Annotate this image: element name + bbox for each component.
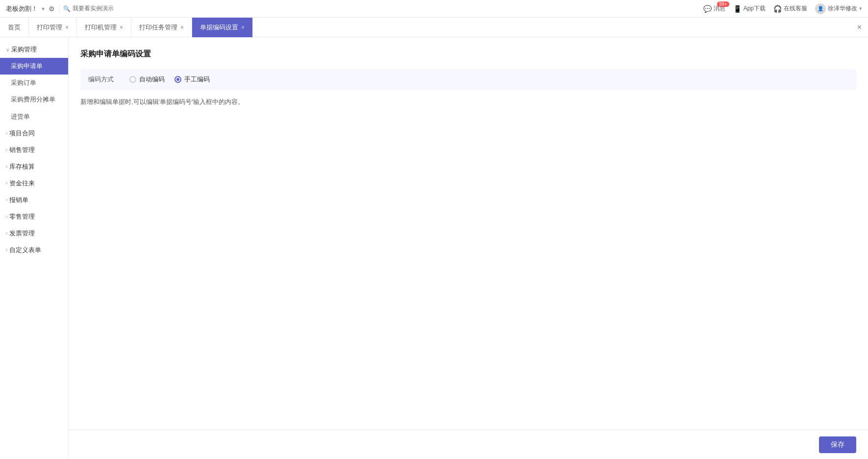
auto-code-option[interactable]: 自动编码 bbox=[129, 75, 165, 84]
sidebar-item-purchase-order-label: 采购订单 bbox=[11, 79, 36, 86]
avatar: 👤 bbox=[815, 3, 826, 14]
chevron-right-icon-6: › bbox=[6, 214, 7, 219]
sidebar-group-custom-forms-label: 自定义表单 bbox=[9, 246, 41, 255]
tab-barcode-settings[interactable]: 单据编码设置 × bbox=[192, 18, 253, 37]
chevron-icon[interactable]: ▾ bbox=[42, 5, 45, 12]
sidebar-group-sales-mgmt: › 销售管理 bbox=[0, 142, 68, 158]
chevron-down-icon: ∨ bbox=[6, 47, 9, 52]
app-icon bbox=[733, 5, 742, 13]
tab-printer-mgmt[interactable]: 打印机管理 × bbox=[77, 18, 131, 37]
encoding-row: 编码方式 自动编码 手工编码 bbox=[80, 69, 856, 90]
sidebar-group-returns-label: 报销单 bbox=[9, 196, 28, 204]
tab-print-task-mgmt-close[interactable]: × bbox=[180, 24, 184, 31]
settings-icon[interactable]: ⚙ bbox=[49, 5, 55, 13]
sidebar-group-retail-mgmt: › 零售管理 bbox=[0, 208, 68, 225]
manual-code-label: 手工编码 bbox=[184, 75, 210, 84]
chevron-right-icon-2: › bbox=[6, 147, 7, 153]
manual-code-option[interactable]: 手工编码 bbox=[174, 75, 210, 84]
online-service-label: 在线客服 bbox=[784, 4, 807, 13]
divider bbox=[59, 5, 59, 13]
sidebar-group-returns: › 报销单 bbox=[0, 192, 68, 208]
sidebar-item-purchase-order[interactable]: 采购订单 bbox=[0, 75, 68, 91]
sidebar-group-project-contract-title[interactable]: › 项目合同 bbox=[0, 125, 68, 142]
chevron-right-icon-4: › bbox=[6, 180, 7, 186]
sidebar-group-purchase-mgmt-title[interactable]: ∨ 采购管理 bbox=[0, 41, 68, 58]
page-title: 采购申请单编码设置 bbox=[80, 49, 856, 59]
encoding-section: 编码方式 自动编码 手工编码 新增和编辑单据时,可以编辑'单据编码号'输入框中的… bbox=[80, 69, 856, 106]
sidebar-group-purchase-mgmt: ∨ 采购管理 采购申请单 采购订单 采购费用分摊单 进货单 bbox=[0, 41, 68, 125]
sidebar-item-inbound-label: 进货单 bbox=[11, 113, 30, 120]
service-icon bbox=[773, 5, 782, 13]
sidebar-item-purchase-request[interactable]: 采购申请单 bbox=[0, 58, 68, 75]
online-service-button[interactable]: 在线客服 bbox=[773, 4, 807, 13]
search-icon: 🔍 bbox=[63, 5, 71, 12]
tab-printer-mgmt-close[interactable]: × bbox=[120, 24, 123, 31]
sidebar-group-inventory-title[interactable]: › 库存核算 bbox=[0, 158, 68, 175]
app-download-label: App下载 bbox=[744, 4, 766, 13]
sidebar-group-invoice-mgmt-label: 发票管理 bbox=[9, 229, 35, 238]
hint-text: 新增和编辑单据时,可以编辑'单据编码号'输入框中的内容。 bbox=[80, 98, 856, 106]
sidebar-item-purchase-expense[interactable]: 采购费用分摊单 bbox=[0, 91, 68, 108]
sidebar-item-purchase-request-label: 采购申请单 bbox=[11, 62, 43, 70]
user-chevron-icon: ▾ bbox=[859, 5, 862, 12]
tab-print-mgmt[interactable]: 打印管理 × bbox=[29, 18, 77, 37]
sidebar-group-sales-mgmt-title[interactable]: › 销售管理 bbox=[0, 142, 68, 158]
sidebar-group-project-contract: › 项目合同 bbox=[0, 125, 68, 142]
sidebar-group-retail-mgmt-title[interactable]: › 零售管理 bbox=[0, 208, 68, 225]
messages-badge: 99+ bbox=[717, 1, 729, 7]
user-name: 徐泽华修改 bbox=[828, 4, 857, 13]
chevron-right-icon-8: › bbox=[6, 247, 7, 253]
chevron-right-icon-7: › bbox=[6, 230, 7, 236]
user-info[interactable]: 👤 徐泽华修改 ▾ bbox=[815, 3, 862, 14]
sidebar-group-invoice-mgmt: › 发票管理 bbox=[0, 225, 68, 242]
tab-print-mgmt-close[interactable]: × bbox=[65, 24, 69, 31]
sidebar-group-returns-title[interactable]: › 报销单 bbox=[0, 192, 68, 208]
close-all-tabs[interactable]: ✕ bbox=[851, 24, 868, 31]
manual-code-radio[interactable] bbox=[174, 76, 181, 83]
tab-bar: 首页 打印管理 × 打印机管理 × 打印任务管理 × 单据编码设置 × ✕ bbox=[0, 18, 868, 37]
sidebar-group-custom-forms-title[interactable]: › 自定义表单 bbox=[0, 242, 68, 258]
sidebar-group-purchase-mgmt-label: 采购管理 bbox=[11, 45, 37, 54]
tab-printer-mgmt-label: 打印机管理 bbox=[85, 23, 117, 32]
top-bar-left: 老板勿割！ ▾ ⚙ 🔍 我要看实例演示 bbox=[6, 4, 114, 13]
tab-home-label: 首页 bbox=[8, 23, 21, 32]
tab-barcode-settings-close[interactable]: × bbox=[241, 24, 245, 31]
search-text: 我要看实例演示 bbox=[73, 4, 114, 13]
sidebar-group-fund-flow-title[interactable]: › 资金往来 bbox=[0, 175, 68, 192]
sidebar-item-purchase-expense-label: 采购费用分摊单 bbox=[11, 96, 55, 103]
encoding-label: 编码方式 bbox=[88, 75, 118, 84]
chevron-right-icon-5: › bbox=[6, 197, 7, 203]
sidebar-group-inventory-label: 库存核算 bbox=[9, 162, 35, 171]
tab-barcode-settings-label: 单据编码设置 bbox=[200, 23, 238, 32]
chat-icon bbox=[703, 5, 712, 13]
tab-print-mgmt-label: 打印管理 bbox=[37, 23, 62, 32]
messages-button[interactable]: 消息 99+ bbox=[703, 4, 725, 13]
sidebar-group-inventory: › 库存核算 bbox=[0, 158, 68, 175]
sidebar: ∨ 采购管理 采购申请单 采购订单 采购费用分摊单 进货单 › 项目合同 bbox=[0, 37, 69, 459]
sidebar-group-fund-flow-label: 资金往来 bbox=[9, 179, 35, 188]
auto-code-radio[interactable] bbox=[129, 76, 136, 83]
chevron-right-icon-3: › bbox=[6, 164, 7, 169]
auto-code-label: 自动编码 bbox=[139, 75, 165, 84]
top-bar: 老板勿割！ ▾ ⚙ 🔍 我要看实例演示 消息 99+ App下载 在线客服 👤 … bbox=[0, 0, 868, 18]
sidebar-group-custom-forms: › 自定义表单 bbox=[0, 242, 68, 258]
content-area: 采购申请单编码设置 编码方式 自动编码 手工编码 bbox=[69, 37, 868, 459]
sidebar-group-invoice-mgmt-title[interactable]: › 发票管理 bbox=[0, 225, 68, 242]
search-bar[interactable]: 🔍 我要看实例演示 bbox=[63, 4, 114, 13]
tab-print-task-mgmt-label: 打印任务管理 bbox=[139, 23, 177, 32]
sidebar-item-inbound[interactable]: 进货单 bbox=[0, 108, 68, 125]
main-layout: ∨ 采购管理 采购申请单 采购订单 采购费用分摊单 进货单 › 项目合同 bbox=[0, 37, 868, 459]
tab-home[interactable]: 首页 bbox=[0, 18, 29, 37]
sidebar-group-retail-mgmt-label: 零售管理 bbox=[9, 212, 35, 221]
brand-text: 老板勿割！ bbox=[6, 4, 38, 13]
top-bar-right: 消息 99+ App下载 在线客服 👤 徐泽华修改 ▾ bbox=[703, 3, 862, 14]
save-button[interactable]: 保存 bbox=[819, 436, 856, 453]
sidebar-group-sales-mgmt-label: 销售管理 bbox=[9, 146, 35, 154]
chevron-right-icon: › bbox=[6, 130, 7, 136]
sidebar-group-project-contract-label: 项目合同 bbox=[9, 129, 35, 138]
tab-print-task-mgmt[interactable]: 打印任务管理 × bbox=[131, 18, 192, 37]
sidebar-group-fund-flow: › 资金往来 bbox=[0, 175, 68, 192]
app-download-button[interactable]: App下载 bbox=[733, 4, 766, 13]
content-footer: 保存 bbox=[69, 430, 868, 459]
radio-group: 自动编码 手工编码 bbox=[129, 75, 210, 84]
